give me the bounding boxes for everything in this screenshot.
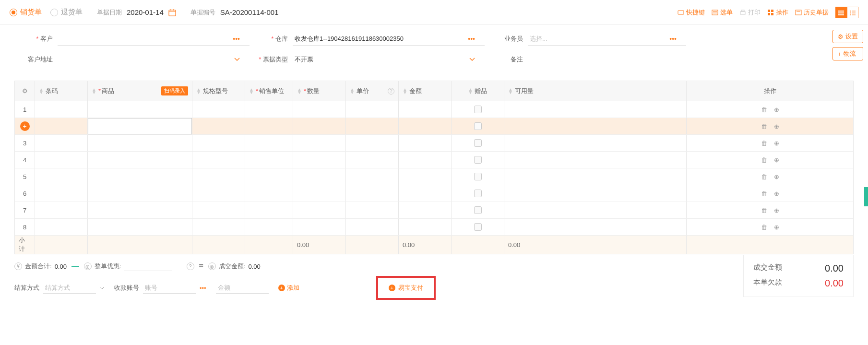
table-row-active[interactable]: + 🗑⊕ [15, 118, 853, 135]
select-order-button[interactable]: 选单 [712, 8, 733, 17]
form-area: 客户 ••• 仓库 ••• 业务员 ••• 客户地址 票据类型 [0, 25, 868, 76]
table-row[interactable]: 4🗑⊕ [15, 152, 853, 168]
help-icon[interactable]: ? [187, 262, 194, 270]
print-button[interactable]: 打印 [739, 8, 761, 17]
table-row[interactable]: 3🗑⊕ [15, 135, 853, 152]
summary-bar: ¥ 金额合计: 0.00 — ◎ 整单优惠: ? = ◎ 成交金额: 0.00 [0, 254, 868, 274]
gift-checkbox[interactable] [474, 156, 482, 164]
invoice-input[interactable] [293, 53, 485, 66]
remark-input[interactable] [528, 53, 686, 66]
chevron-down-icon[interactable] [100, 286, 105, 289]
product-header[interactable]: ▲▼*商品扫码录入 [88, 81, 192, 101]
qty-header[interactable]: ▲▼*数量 [293, 81, 346, 101]
chevron-down-icon[interactable] [469, 58, 475, 61]
settings-button[interactable]: ⚙ 设置 [832, 30, 863, 43]
svg-rect-13 [771, 13, 773, 15]
add-row-icon[interactable]: ⊕ [774, 106, 779, 113]
discount-input[interactable] [124, 262, 172, 271]
delete-icon[interactable]: 🗑 [761, 207, 767, 214]
invoice-group: 票据类型 [250, 53, 485, 66]
plus-icon: + [278, 285, 285, 291]
gear-column[interactable]: ⚙ [15, 81, 35, 101]
delete-icon[interactable]: 🗑 [761, 156, 767, 164]
totals-panel: 成交金额 0.00 本单欠款 0.00 [743, 255, 854, 297]
gift-checkbox[interactable] [474, 223, 482, 231]
table-row[interactable]: 6🗑⊕ [15, 185, 853, 202]
product-input[interactable] [88, 118, 192, 134]
payment-amount-input[interactable] [216, 282, 269, 294]
table-row[interactable]: 8🗑⊕ [15, 219, 853, 236]
table-row[interactable]: 5🗑⊕ [15, 168, 853, 185]
svg-rect-14 [796, 10, 801, 15]
help-icon[interactable]: ? [388, 88, 394, 95]
operate-button[interactable]: 操作 [767, 8, 788, 17]
salesperson-input[interactable] [528, 32, 686, 46]
view-list-button[interactable] [847, 7, 858, 18]
delete-icon[interactable]: 🗑 [761, 224, 767, 231]
gift-checkbox[interactable] [474, 139, 482, 147]
tab-sales-order[interactable]: 销货单 [10, 8, 42, 17]
price-header[interactable]: ▲▼单价? [346, 81, 399, 101]
doc-date-label: 单据日期 [97, 8, 122, 17]
delete-icon[interactable]: 🗑 [761, 140, 767, 147]
more-icon[interactable]: ••• [669, 35, 677, 43]
plus-icon: + [20, 121, 30, 131]
gift-checkbox[interactable] [474, 190, 482, 197]
warehouse-input[interactable] [293, 32, 485, 46]
svg-rect-5 [712, 10, 718, 15]
gift-checkbox[interactable] [474, 106, 482, 113]
shortcut-button[interactable]: 快捷键 [678, 8, 705, 17]
table-row[interactable]: 7🗑⊕ [15, 202, 853, 219]
calendar-icon[interactable] [168, 9, 176, 16]
delete-icon[interactable]: 🗑 [761, 123, 767, 130]
add-row-icon[interactable]: ⊕ [774, 173, 779, 180]
gift-checkbox[interactable] [474, 173, 482, 180]
side-handle[interactable] [864, 187, 868, 206]
svg-rect-4 [678, 11, 684, 14]
gift-checkbox[interactable] [474, 122, 482, 130]
gift-checkbox[interactable] [474, 206, 482, 214]
qty-total: 0.00 [293, 236, 346, 254]
table-row[interactable]: 1 🗑⊕ [15, 101, 853, 118]
tab-return-order[interactable]: 退货单 [50, 8, 83, 17]
delete-icon[interactable]: 🗑 [761, 190, 767, 197]
avail-header[interactable]: ▲▼可用量 [504, 81, 687, 101]
payment-method-input[interactable] [43, 282, 96, 294]
more-icon[interactable]: ••• [468, 35, 475, 43]
select-label: 选单 [720, 8, 733, 17]
yeepay-button[interactable]: + 易宝支付 [376, 276, 436, 300]
svg-rect-12 [768, 13, 770, 15]
spec-header[interactable]: ▲▼规格型号 [192, 81, 245, 101]
gift-header[interactable]: ▲▼赠品 [452, 81, 504, 101]
add-row-icon[interactable]: ⊕ [774, 140, 779, 147]
amount-total: 0.00 [399, 236, 452, 254]
view-detail-button[interactable] [835, 7, 847, 18]
unit-header[interactable]: ▲▼*销售单位 [245, 81, 293, 101]
owe-total-value: 0.00 [825, 278, 844, 289]
add-row-icon[interactable]: ⊕ [774, 156, 779, 164]
account-input[interactable] [143, 282, 196, 294]
barcode-header[interactable]: ▲▼条码 [35, 81, 88, 101]
amount-header[interactable]: ▲▼金额 [399, 81, 452, 101]
add-payment-button[interactable]: + 添加 [278, 284, 299, 292]
more-icon[interactable]: ••• [200, 285, 206, 292]
doc-date-value[interactable]: 2020-01-14 [127, 8, 164, 16]
history-button[interactable]: 历史单据 [795, 8, 829, 17]
address-input[interactable] [58, 53, 250, 66]
address-label: 客户地址 [14, 55, 58, 64]
scan-badge[interactable]: 扫码录入 [161, 86, 188, 95]
svg-rect-10 [768, 10, 770, 12]
amount-group [216, 282, 269, 294]
delete-icon[interactable]: 🗑 [761, 173, 767, 180]
delete-icon[interactable]: 🗑 [761, 106, 767, 113]
chevron-down-icon[interactable] [234, 58, 240, 61]
add-row-button[interactable]: + [15, 118, 35, 134]
add-row-icon[interactable]: ⊕ [774, 224, 779, 231]
add-row-icon[interactable]: ⊕ [774, 207, 779, 214]
logistics-button[interactable]: + 物流 [832, 47, 863, 60]
add-row-icon[interactable]: ⊕ [774, 190, 779, 197]
avail-total: 0.00 [504, 236, 687, 254]
add-row-icon[interactable]: ⊕ [774, 123, 779, 130]
more-icon[interactable]: ••• [233, 35, 240, 43]
customer-input[interactable] [58, 32, 250, 46]
